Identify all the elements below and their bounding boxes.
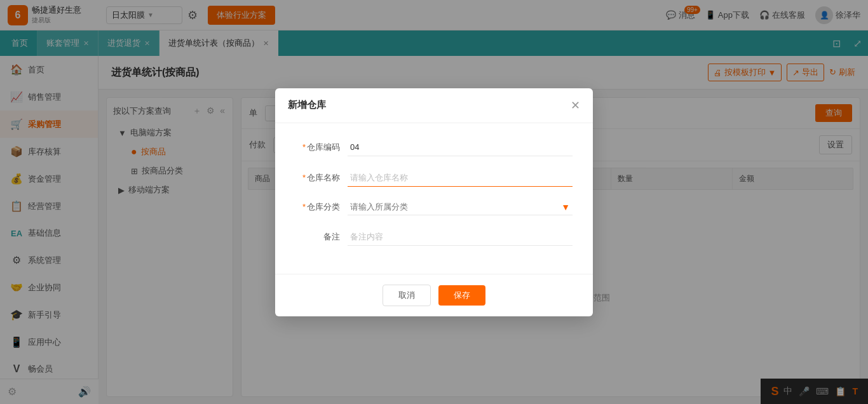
note-input[interactable] — [348, 228, 573, 246]
category-label: 仓库分类 — [295, 201, 340, 213]
cancel-button[interactable]: 取消 — [383, 285, 431, 306]
code-input[interactable] — [348, 138, 573, 156]
name-label: 仓库名称 — [295, 172, 340, 184]
category-dropdown-icon[interactable]: ▼ — [561, 202, 570, 212]
name-input[interactable] — [348, 169, 573, 187]
modal-overlay: 新增仓库 ✕ 仓库编码 仓库名称 仓库分类 ▼ — [0, 0, 868, 404]
modal-body: 仓库编码 仓库名称 仓库分类 ▼ 备注 — [275, 123, 593, 274]
form-row-note: 备注 — [295, 228, 573, 246]
modal-footer: 取消 保存 — [275, 274, 593, 316]
category-input[interactable] — [350, 202, 561, 212]
modal-close-btn[interactable]: ✕ — [571, 98, 580, 112]
form-row-name: 仓库名称 — [295, 169, 573, 187]
modal-header: 新增仓库 ✕ — [275, 88, 593, 123]
code-label: 仓库编码 — [295, 142, 340, 153]
note-label: 备注 — [295, 231, 340, 243]
form-row-code: 仓库编码 — [295, 138, 573, 156]
save-button[interactable]: 保存 — [438, 285, 485, 306]
category-select-wrapper: ▼ — [348, 199, 573, 215]
modal-title: 新增仓库 — [288, 99, 326, 111]
add-warehouse-modal: 新增仓库 ✕ 仓库编码 仓库名称 仓库分类 ▼ — [275, 88, 593, 316]
form-row-category: 仓库分类 ▼ — [295, 199, 573, 215]
